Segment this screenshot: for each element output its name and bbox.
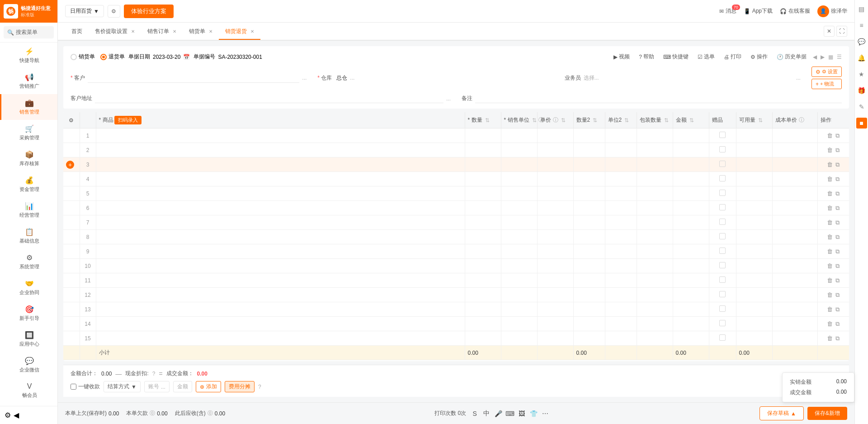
operate-button[interactable]: ⚙ 操作 (748, 52, 770, 62)
delete-row-icon[interactable]: 🗑 (827, 306, 833, 313)
print-button[interactable]: 🖨 打印 (721, 52, 744, 62)
shortcut-button[interactable]: ⌨ 快捷键 (660, 52, 691, 62)
calendar-icon[interactable]: 📅 (183, 54, 190, 60)
remark-input[interactable] (475, 94, 842, 103)
industry-select[interactable]: 日用百货 ▼ (65, 5, 104, 17)
tab-close-price[interactable]: ✕ (131, 29, 135, 34)
address-dots[interactable]: ... (446, 95, 451, 102)
payment-amount-field[interactable]: 金额 (173, 381, 192, 392)
app-download-button[interactable]: 📱 App下载 (744, 7, 773, 15)
sidebar-item-operation[interactable]: 📊 经营管理 (0, 197, 57, 223)
delete-row-icon[interactable]: 🗑 (827, 161, 833, 168)
copy-row-icon[interactable]: ⧉ (835, 320, 840, 328)
delete-row-icon[interactable]: 🗑 (827, 190, 833, 197)
radio-sale[interactable]: 销货单 (71, 53, 95, 61)
payment-method-select[interactable]: 结算方式 ▼ (104, 381, 141, 392)
tab-home[interactable]: 首页 (65, 24, 89, 40)
mini-star-icon[interactable]: ★ (856, 69, 867, 80)
message-button[interactable]: ✉ 消息 70 (719, 7, 736, 15)
add-payment-button[interactable]: ⊕ 添加 (196, 381, 221, 392)
copy-row-icon[interactable]: ⧉ (835, 248, 840, 255)
scan-button[interactable]: 扫码录入 (114, 116, 142, 124)
tab-sales-bill[interactable]: 销货单 ✕ (183, 24, 219, 40)
form-settings-button[interactable]: ⚙ ⚙ 设置 (811, 67, 842, 77)
online-service-button[interactable]: 🎧 在线客服 (780, 7, 810, 15)
row-9-gift-checkbox[interactable] (719, 248, 726, 254)
copy-row-icon[interactable]: ⧉ (835, 190, 840, 197)
row-10-gift-checkbox[interactable] (719, 262, 726, 268)
one-click-payment-checkbox[interactable]: 一键收款 (71, 383, 100, 391)
copy-row-icon[interactable]: ⧉ (835, 335, 840, 342)
table-container[interactable]: ⚙ * 商品 扫码录入 * 数量 (63, 112, 849, 361)
sort-unit2-icon[interactable]: ⇅ (624, 117, 629, 124)
staff-dots[interactable]: ... (796, 75, 801, 81)
mini-bell-icon[interactable]: 🔔 (856, 52, 867, 63)
sort-amount-icon[interactable]: ⇅ (689, 117, 694, 124)
toolbar-list-icon[interactable]: ☰ (837, 54, 842, 60)
user-menu-button[interactable]: 👤 徐泽华 (817, 5, 847, 17)
sidebar-item-marketing[interactable]: 📢 营销推广 (0, 68, 57, 94)
settings-icon[interactable]: ⚙ (5, 411, 11, 419)
select-order-button[interactable]: ☑ 选单 (695, 52, 717, 62)
customer-input[interactable] (88, 73, 299, 83)
row-4-gift-checkbox[interactable] (719, 175, 726, 181)
row-3-product[interactable] (96, 157, 465, 172)
mini-list-icon[interactable]: ≡ (856, 20, 867, 31)
sort-price-icon[interactable]: ⇅ (561, 117, 566, 124)
sidebar-item-system[interactable]: ⚙ 系统管理 (0, 249, 57, 275)
sidebar-item-purchase[interactable]: 🛒 采购管理 (0, 120, 57, 146)
sidebar-item-member[interactable]: V 畅会员 (0, 378, 57, 403)
delete-row-icon[interactable]: 🗑 (827, 132, 833, 139)
zh-icon[interactable]: 中 (481, 409, 491, 419)
copy-row-icon[interactable]: ⧉ (835, 306, 840, 313)
sidebar-item-finance[interactable]: 💰 资金管理 (0, 172, 57, 197)
keyboard2-icon[interactable]: ⌨ (505, 409, 515, 419)
row-12-gift-checkbox[interactable] (719, 291, 726, 297)
tab-sales-order[interactable]: 销售订单 ✕ (141, 24, 183, 40)
copy-row-icon[interactable]: ⧉ (835, 147, 840, 154)
toolbar-prev-icon[interactable]: ◀ (813, 54, 817, 60)
toolbar-next-icon[interactable]: ▶ (821, 54, 825, 60)
tab-close-order[interactable]: ✕ (173, 29, 176, 34)
mini-chat-icon[interactable]: 💬 (856, 36, 867, 47)
sidebar-item-basic[interactable]: 📋 基础信息 (0, 223, 57, 249)
help-button[interactable]: ? 帮助 (636, 52, 657, 62)
sidebar-item-wechat[interactable]: 💬 企业微信 (0, 352, 57, 378)
delete-row-icon[interactable]: 🗑 (827, 335, 833, 342)
shirt-icon[interactable]: 👕 (528, 409, 538, 419)
add-row-button[interactable]: + (66, 161, 74, 169)
sidebar-item-newbie[interactable]: 🎯 新手引导 (0, 300, 57, 326)
sidebar-item-inventory[interactable]: 📦 库存核算 (0, 146, 57, 172)
row-5-gift-checkbox[interactable] (719, 190, 726, 196)
delete-row-icon[interactable]: 🗑 (827, 233, 833, 240)
row-3-gift-checkbox[interactable] (719, 161, 726, 167)
delete-row-icon[interactable]: 🗑 (827, 147, 833, 153)
delete-row-icon[interactable]: 🗑 (827, 262, 833, 269)
staff-select[interactable]: 选择... (584, 74, 793, 82)
tab-price-settings[interactable]: 售价提取设置 ✕ (89, 24, 141, 40)
mini-table-icon[interactable]: ▤ (856, 4, 867, 14)
row-13-gift-checkbox[interactable] (719, 305, 726, 312)
row-15-gift-checkbox[interactable] (719, 334, 726, 341)
mic-icon[interactable]: 🎤 (493, 409, 503, 419)
fee-split-button[interactable]: 费用分摊 (225, 381, 255, 392)
info-price-icon[interactable]: ⓘ (553, 116, 558, 124)
copy-row-icon[interactable]: ⧉ (835, 262, 840, 270)
sidebar-item-sales[interactable]: 💼 销售管理 (0, 94, 57, 120)
row-11-gift-checkbox[interactable] (719, 276, 726, 283)
img-icon[interactable]: 🖼 (517, 409, 527, 419)
delete-row-icon[interactable]: 🗑 (827, 176, 833, 182)
dot-icon[interactable]: ⋯ (540, 409, 550, 419)
copy-row-icon[interactable]: ⧉ (835, 291, 840, 299)
sort-avail-icon[interactable]: ⇅ (758, 117, 763, 124)
customer-dots[interactable]: ... (302, 75, 307, 81)
warehouse-dots[interactable]: ... (350, 75, 354, 81)
close-tab-button[interactable]: ✕ (824, 26, 835, 37)
topbar-gear-button[interactable]: ⚙ (108, 5, 120, 18)
maximize-tab-button[interactable]: ⛶ (836, 26, 847, 37)
delete-row-icon[interactable]: 🗑 (827, 291, 833, 298)
account-field[interactable]: 账号 ... (144, 381, 170, 392)
copy-row-icon[interactable]: ⧉ (835, 132, 840, 139)
row-7-gift-checkbox[interactable] (719, 219, 726, 225)
product-input[interactable] (99, 162, 462, 168)
